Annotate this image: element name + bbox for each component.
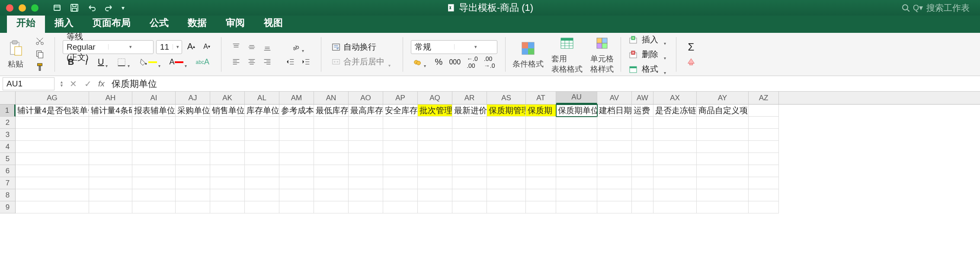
cell-AW6[interactable] [632,165,653,177]
cell-AK9[interactable] [210,201,245,213]
col-header-AO[interactable]: AO [349,92,383,104]
col-header-AY[interactable]: AY [697,92,749,104]
row-header-9[interactable]: 9 [0,201,16,213]
cell-AZ1[interactable] [749,105,779,117]
tab-视图[interactable]: 视图 [254,13,292,33]
cell-AJ7[interactable] [176,177,210,189]
cell-AK4[interactable] [210,141,245,153]
cell-AW8[interactable] [632,189,653,201]
cell-AI1[interactable]: 报表辅单位 [132,105,176,117]
name-box[interactable]: AU1 [3,77,54,90]
cell-AV9[interactable] [597,201,632,213]
cell-AI4[interactable] [132,141,176,153]
tab-开始[interactable]: 开始 [7,13,45,33]
cell-AP5[interactable] [383,153,418,165]
cell-AJ6[interactable] [176,165,210,177]
cell-AX3[interactable] [653,129,697,141]
cell-AS9[interactable] [487,201,526,213]
cell-AR9[interactable] [452,201,487,213]
font-size-combo[interactable]: 11▾ [156,40,182,54]
cell-AQ6[interactable] [418,165,452,177]
cell-AR1[interactable]: 最新进价 [452,105,487,117]
redo-icon[interactable] [104,3,114,13]
col-header-AW[interactable]: AW [632,92,653,104]
align-left-button[interactable] [229,55,243,68]
cell-AM5[interactable] [279,153,314,165]
cell-AS4[interactable] [487,141,526,153]
fx-icon[interactable]: fx [96,79,107,89]
cell-AG5[interactable] [16,153,89,165]
increase-indent-button[interactable] [299,55,313,68]
cell-AN3[interactable] [314,129,349,141]
col-header-AV[interactable]: AV [597,92,632,104]
cell-AJ4[interactable] [176,141,210,153]
increase-decimal-button[interactable]: ←.0.00 [464,56,480,69]
cell-AK2[interactable] [210,117,245,129]
cell-AV4[interactable] [597,141,632,153]
cell-AH9[interactable] [89,201,132,213]
cell-AJ3[interactable] [176,129,210,141]
row-header-7[interactable]: 7 [0,177,16,189]
cell-AO4[interactable] [349,141,383,153]
cell-AO1[interactable]: 最高库存 [349,105,383,117]
accounting-format-button[interactable] [411,56,430,69]
cell-AY7[interactable] [697,177,749,189]
cell-AK8[interactable] [210,189,245,201]
cell-AM6[interactable] [279,165,314,177]
cell-AO9[interactable] [349,201,383,213]
col-header-AU[interactable]: AU [556,92,597,104]
decrease-indent-button[interactable] [284,55,298,68]
cell-AI8[interactable] [132,189,176,201]
cell-AT4[interactable] [526,141,556,153]
close-button[interactable] [6,4,13,12]
align-right-button[interactable] [260,55,274,68]
formula-input[interactable]: 保质期单位 [107,78,980,90]
col-header-AK[interactable]: AK [210,92,245,104]
cell-AL2[interactable] [245,117,279,129]
cell-AU5[interactable] [556,153,597,165]
format-as-table-button[interactable]: 套用 表格格式 [549,33,585,76]
cell-AQ4[interactable] [418,141,452,153]
italic-button[interactable]: I [80,56,93,69]
row-header-8[interactable]: 8 [0,189,16,201]
cell-AW7[interactable] [632,177,653,189]
enter-formula-button[interactable]: ✓ [81,79,96,89]
cell-AZ7[interactable] [749,177,779,189]
cell-AL8[interactable] [245,189,279,201]
cell-AN4[interactable] [314,141,349,153]
cell-AL6[interactable] [245,165,279,177]
open-icon[interactable] [52,3,62,13]
align-middle-button[interactable] [245,41,259,54]
cell-AW4[interactable] [632,141,653,153]
cell-AZ4[interactable] [749,141,779,153]
cell-AM4[interactable] [279,141,314,153]
cell-AJ1[interactable]: 采购单位 [176,105,210,117]
cell-AP6[interactable] [383,165,418,177]
cell-AM1[interactable]: 参考成本 [279,105,314,117]
cell-AG2[interactable] [16,117,89,129]
minimize-button[interactable] [19,4,26,12]
cell-AK7[interactable] [210,177,245,189]
cell-AO7[interactable] [349,177,383,189]
cell-AL4[interactable] [245,141,279,153]
col-header-AZ[interactable]: AZ [749,92,779,104]
orientation-button[interactable]: ab [289,41,308,54]
col-header-AM[interactable]: AM [279,92,314,104]
row-header-4[interactable]: 4 [0,141,16,153]
cell-AQ5[interactable] [418,153,452,165]
cell-AX5[interactable] [653,153,697,165]
cell-AZ9[interactable] [749,201,779,213]
tab-数据[interactable]: 数据 [178,13,216,33]
cell-AY1[interactable]: 商品自定义项 [697,105,749,117]
cell-AU9[interactable] [556,201,597,213]
cell-AJ5[interactable] [176,153,210,165]
cell-AQ7[interactable] [418,177,452,189]
cell-AO2[interactable] [349,117,383,129]
cell-AK3[interactable] [210,129,245,141]
cell-AV2[interactable] [597,117,632,129]
cell-AG4[interactable] [16,141,89,153]
cell-AS5[interactable] [487,153,526,165]
col-header-AP[interactable]: AP [383,92,418,104]
row-header-1[interactable]: 1 [0,105,16,117]
format-painter-button[interactable] [33,62,47,73]
